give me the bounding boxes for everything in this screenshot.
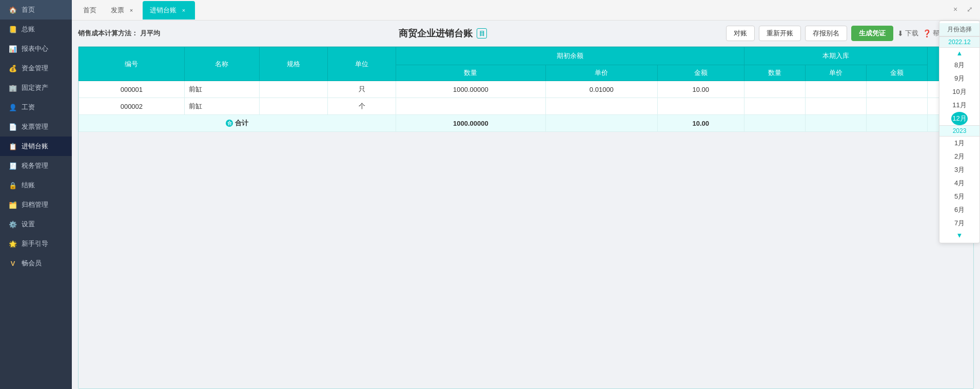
month-2[interactable]: 2月 <box>939 150 979 163</box>
month-9[interactable]: 9月 <box>939 72 979 85</box>
sidebar-item-invoice[interactable]: 📄 发票管理 <box>0 117 72 137</box>
cell-opening-amount: 10.00 <box>657 81 744 98</box>
total-opening-price <box>545 115 657 132</box>
month-10[interactable]: 10月 <box>939 85 979 99</box>
col-opening-amount: 金额 <box>657 65 744 81</box>
total-opening-amount: 10.00 <box>657 115 744 132</box>
tax-icon: 🧾 <box>8 161 17 170</box>
col-in-price: 单价 <box>805 65 866 81</box>
cell-opening-price <box>545 98 657 115</box>
sidebar-label-payroll: 工资 <box>22 103 35 112</box>
reconcile-button[interactable]: 对账 <box>726 26 755 41</box>
main-area: × ⤢ 首页 发票 × 进销台账 × 销售成本计算方法： 月平均 商贸企业进销台… <box>72 0 980 389</box>
sidebar-label-purchase: 进销台账 <box>22 142 48 151</box>
purchase-table: 编号 名称 规格 单位 期初余额 本期入库 数 数量 单价 金额 数量 单价 <box>79 47 973 132</box>
sidebar-item-assets[interactable]: 🏢 固定资产 <box>0 78 72 98</box>
month-1[interactable]: 1月 <box>939 137 979 150</box>
guide-icon: 🌟 <box>8 239 17 248</box>
cell-code: 000001 <box>79 81 185 98</box>
sidebar-item-reports[interactable]: 📊 报表中心 <box>0 39 72 59</box>
cell-opening-price: 0.01000 <box>545 81 657 98</box>
sidebar-label-closing: 结账 <box>22 181 35 190</box>
generate-button[interactable]: 生成凭证 <box>851 26 893 41</box>
month-11[interactable]: 11月 <box>939 99 979 112</box>
col-header-code: 编号 <box>79 47 185 81</box>
top-bar: 销售成本计算方法： 月平均 商贸企业进销台账 目 对账 重新开账 存报别名 生成… <box>78 26 974 41</box>
month-panel-title: 月份选择 <box>939 23 979 36</box>
sidebar-label-invoice: 发票管理 <box>22 122 48 131</box>
reopen-button[interactable]: 重新开账 <box>759 26 801 41</box>
table-row[interactable]: 000002 前缸 个 <box>79 98 973 115</box>
invoice-icon: 📄 <box>8 122 17 131</box>
table-wrapper[interactable]: 编号 名称 规格 单位 期初余额 本期入库 数 数量 单价 金额 数量 单价 <box>78 46 974 389</box>
month-3[interactable]: 3月 <box>939 163 979 177</box>
sidebar-label-assets: 固定资产 <box>22 83 48 92</box>
sidebar-label-funds: 资金管理 <box>22 64 48 73</box>
sidebar-item-purchase[interactable]: 📋 进销台账 <box>0 137 72 156</box>
tab-invoice[interactable]: 发票 × <box>104 1 143 20</box>
total-label-cell: 合 合计 <box>79 115 396 132</box>
month-6[interactable]: 6月 <box>939 203 979 217</box>
month-panel: 月份选择 2022.12 ▲ 8月 9月 10月 11月 12月 2023 1月… <box>939 21 980 243</box>
sidebar-item-payroll[interactable]: 👤 工资 <box>0 98 72 117</box>
download-icon: ⬇ <box>897 29 904 37</box>
col-opening-price: 单价 <box>545 65 657 81</box>
cell-in-price <box>805 81 866 98</box>
cell-in-qty <box>744 81 805 98</box>
year-2023-label: 2023 <box>939 125 979 137</box>
year-2022-label: 2022.12 <box>939 36 979 48</box>
member-icon: V <box>8 259 17 268</box>
funds-icon: 💰 <box>8 64 17 73</box>
sidebar-item-guide[interactable]: 🌟 新手引导 <box>0 234 72 254</box>
sidebar-item-home[interactable]: 🏠 首页 <box>0 0 72 20</box>
cost-method-label: 销售成本计算方法： <box>78 29 138 37</box>
page-title-info-icon[interactable]: 目 <box>477 28 487 38</box>
purchase-icon: 📋 <box>8 142 17 151</box>
tab-purchase[interactable]: 进销台账 × <box>143 1 195 20</box>
month-12[interactable]: 12月 <box>951 112 968 125</box>
month-up-nav[interactable]: ▲ <box>939 48 979 59</box>
save-as-button[interactable]: 存报别名 <box>805 26 847 41</box>
month-4[interactable]: 4月 <box>939 177 979 190</box>
col-header-in: 本期入库 <box>744 47 928 65</box>
cell-opening-qty: 1000.00000 <box>396 81 545 98</box>
sidebar-label-member: 畅会员 <box>22 259 42 268</box>
sidebar-item-member[interactable]: V 畅会员 <box>0 254 72 273</box>
page-title: 商贸企业进销台账 目 <box>399 27 487 40</box>
total-text: 合计 <box>235 119 248 128</box>
window-controls: × ⤢ <box>945 0 980 18</box>
maximize-button[interactable]: ⤢ <box>964 3 976 15</box>
month-down-nav[interactable]: ▼ <box>939 230 979 241</box>
month-5[interactable]: 5月 <box>939 190 979 203</box>
col-header-spec: 规格 <box>260 47 328 81</box>
sidebar-item-settings[interactable]: ⚙️ 设置 <box>0 215 72 234</box>
tab-purchase-close[interactable]: × <box>180 6 188 14</box>
month-7[interactable]: 7月 <box>939 217 979 230</box>
close-button[interactable]: × <box>949 3 962 15</box>
sidebar-item-closing[interactable]: 🔒 结账 <box>0 176 72 195</box>
tab-invoice-close[interactable]: × <box>127 6 135 14</box>
sidebar-item-funds[interactable]: 💰 资金管理 <box>0 59 72 78</box>
cell-code: 000002 <box>79 98 185 115</box>
sidebar-item-ledger[interactable]: 📒 总账 <box>0 20 72 39</box>
sidebar-item-tax[interactable]: 🧾 税务管理 <box>0 156 72 176</box>
cell-in-price <box>805 98 866 115</box>
cell-name: 前缸 <box>184 81 259 98</box>
download-button[interactable]: ⬇ 下载 <box>897 29 918 38</box>
assets-icon: 🏢 <box>8 83 17 92</box>
month-8[interactable]: 8月 <box>939 59 979 72</box>
tab-purchase-label: 进销台账 <box>150 6 177 15</box>
sidebar-item-archive[interactable]: 🗂️ 归档管理 <box>0 195 72 215</box>
archive-icon: 🗂️ <box>8 200 17 209</box>
toolbar: 对账 重新开账 存报别名 生成凭证 ⬇ 下载 ❓ 帮助 🔄 刷新 <box>726 26 974 41</box>
cell-opening-qty <box>396 98 545 115</box>
cell-in-qty <box>744 98 805 115</box>
tab-invoice-label: 发票 <box>111 6 124 15</box>
tab-home[interactable]: 首页 <box>76 1 104 20</box>
sidebar-label-home: 首页 <box>22 5 35 14</box>
cell-spec <box>260 81 328 98</box>
sidebar: 🏠 首页 📒 总账 📊 报表中心 💰 资金管理 🏢 固定资产 👤 工资 📄 发票… <box>0 0 72 389</box>
cell-in-amount <box>867 81 928 98</box>
payroll-icon: 👤 <box>8 103 17 112</box>
table-row[interactable]: 000001 前缸 只 1000.00000 0.01000 10.00 <box>79 81 973 98</box>
